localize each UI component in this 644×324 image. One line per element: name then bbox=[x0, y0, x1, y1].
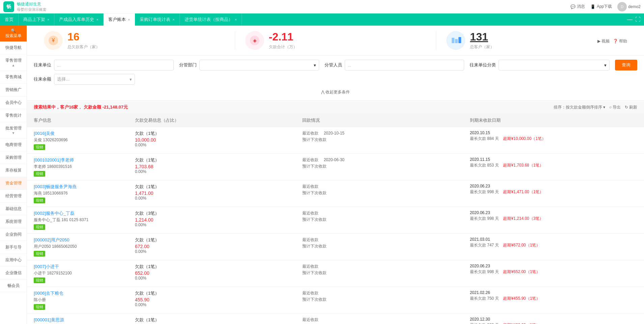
sort-button[interactable]: 排序：按欠款金额倒序排序 ▾ bbox=[554, 105, 605, 110]
sidebar-item-retail-mall[interactable]: 零售商城 bbox=[0, 71, 27, 84]
manager-group: 分管人员 ... bbox=[325, 60, 465, 70]
tab-close-icon[interactable]: × bbox=[96, 18, 98, 22]
sidebar-item-purchase[interactable]: 采购管理 bbox=[0, 151, 27, 164]
sidebar-search[interactable]: 🔍 搜索菜单 bbox=[0, 26, 27, 41]
export-button[interactable]: ○ 导出 bbox=[609, 105, 621, 110]
avatar: D bbox=[617, 2, 627, 11]
sidebar-item-quick-nav[interactable]: 快捷导航 bbox=[0, 41, 27, 54]
customer-name[interactable]: [0002]服务中心_丁磊 bbox=[34, 210, 135, 216]
overdue-days: 最长欠款 884 天 超期¥10,000.00（1笔） bbox=[470, 136, 637, 142]
sidebar-item-inventory[interactable]: 库存核算 bbox=[0, 164, 27, 177]
user-menu[interactable]: D demo2 bbox=[617, 2, 641, 11]
overdue-link[interactable]: 超期¥1,471.00（1笔） bbox=[503, 189, 543, 194]
sidebar-item-system[interactable]: 系统管理 bbox=[0, 215, 27, 228]
collapse-button[interactable]: ⋀ 收起更多条件 bbox=[321, 90, 350, 94]
repay-cell: 最近收款 2020-06-30 预计下次收款 bbox=[302, 157, 470, 169]
table-row: [0002]服务中心_丁磊 服务中心_丁磊 181 0125 8371 现销 欠… bbox=[27, 207, 644, 234]
stat-item-total: 131 总客户（家） ▶ 视频 ❓ 帮助 bbox=[436, 31, 637, 50]
tab-close-icon[interactable]: × bbox=[235, 18, 237, 22]
sidebar-item-member[interactable]: 畅会员 bbox=[0, 279, 27, 292]
video-link[interactable]: ▶ 视频 bbox=[597, 38, 610, 44]
filter-row-2: 往来余额 选择... ▾ bbox=[34, 74, 637, 85]
customer-cell: [000001]黄思源 黄思源 13552700226 现销 bbox=[34, 317, 135, 324]
debt-pct: 0.00% bbox=[135, 143, 302, 147]
collapse-label: 收起更多条件 bbox=[326, 90, 350, 94]
tab-customer-account[interactable]: 客户账本 × bbox=[104, 13, 135, 26]
customer-name[interactable]: [0007]小进干 bbox=[34, 264, 135, 270]
overdue-link[interactable]: 超期¥1,214.00（3笔） bbox=[503, 216, 543, 221]
tab-close-icon[interactable]: × bbox=[128, 18, 130, 22]
customer-name[interactable]: [000001]黄思源 bbox=[34, 317, 135, 323]
customer-name[interactable]: [000002]用户2050 bbox=[34, 237, 135, 243]
sidebar-item-retail-stats[interactable]: 零售统计 bbox=[0, 109, 27, 122]
overdue-link[interactable]: 超期¥1,703.68（1笔） bbox=[503, 163, 543, 168]
col-header-debt: 欠款交易信息（占比） bbox=[135, 117, 302, 123]
overdue-link[interactable]: 超期¥10,000.00（1笔） bbox=[503, 136, 546, 141]
balance-input[interactable]: 选择... ▾ bbox=[54, 74, 135, 85]
result-summary-text: 搜索结果中，客户16家 bbox=[34, 105, 78, 110]
manager-input[interactable]: ... bbox=[345, 60, 465, 70]
sidebar-item-wholesale-mgmt[interactable]: 批发管理 ▼ bbox=[0, 122, 27, 139]
sidebar-item-member-center[interactable]: 会员中心 bbox=[0, 96, 27, 109]
customer-name[interactable]: [0006]去下粮仓 bbox=[34, 290, 135, 296]
minimize-button[interactable]: — bbox=[627, 17, 633, 23]
repay-cell: 最近收款 预计下次收款 bbox=[302, 264, 470, 276]
sidebar-label: 采购管理 bbox=[1, 155, 25, 160]
tab-inbound-stats[interactable]: 进货单统计表（按商品） × bbox=[180, 13, 242, 26]
tab-home[interactable]: 首页 bbox=[0, 13, 19, 26]
tab-close-icon[interactable]: × bbox=[47, 18, 49, 22]
sidebar-item-retail-mgmt[interactable]: 零售管理 ▲ bbox=[0, 54, 27, 71]
help-link[interactable]: ❓ 帮助 bbox=[613, 38, 627, 44]
col-header-customer: 客户信息 bbox=[34, 117, 135, 123]
query-button[interactable]: 查询 bbox=[615, 60, 637, 70]
quick-nav-label: 快捷导航 bbox=[1, 45, 25, 51]
overdue-link[interactable]: 超期¥672.00（1笔） bbox=[503, 243, 540, 247]
overdue-link[interactable]: 超期¥429.00（1笔） bbox=[503, 323, 540, 324]
tab-product-onoff[interactable]: 商品上下架 × bbox=[19, 13, 54, 26]
sidebar-item-app-center[interactable]: 应用中心 bbox=[0, 254, 27, 267]
nav-tabs-actions: — ⛶ bbox=[627, 17, 644, 23]
customer-name[interactable]: [0016]吴俊 bbox=[34, 130, 135, 137]
sidebar-item-marketing[interactable]: 营销推广 bbox=[0, 84, 27, 96]
sidebar-item-operations[interactable]: 经营管理 bbox=[0, 190, 27, 203]
sidebar-item-new-guide[interactable]: 新手引导 bbox=[0, 241, 27, 254]
overdue-cell: 2021.03.01 最长欠款 747 天 超期¥672.00（1笔） bbox=[470, 237, 637, 248]
sidebar-item-wechat[interactable]: 企业微信 bbox=[0, 267, 27, 279]
table-row: [0007]小进干 小进干 18279152100 现销 欠款（1笔） 652.… bbox=[27, 260, 644, 287]
tab-inbound-history[interactable]: 产成品入库单历史 × bbox=[54, 13, 103, 26]
result-amount-label: 欠款金额 bbox=[84, 105, 101, 110]
branch-label: 分管部门 bbox=[179, 62, 197, 68]
overdue-link[interactable]: 超期¥455.90（1笔） bbox=[503, 296, 540, 301]
repay-cell: 最近收款 预计下次收款 bbox=[302, 317, 470, 324]
tab-purchase-stats[interactable]: 采购订单统计表 × bbox=[135, 13, 179, 26]
customer-tag: 现销 bbox=[34, 277, 45, 283]
sidebar-item-ecommerce[interactable]: 电商管理 bbox=[0, 139, 27, 151]
refresh-button[interactable]: ↻ 刷新 bbox=[625, 105, 637, 110]
table-row: [0001020001]李老师 李老师 18600391516 现销 欠款（1笔… bbox=[27, 154, 644, 180]
source-unit-input[interactable]: ... bbox=[54, 60, 174, 70]
message-button[interactable]: 💬 消息 bbox=[570, 4, 585, 9]
sidebar-item-enterprise-collab[interactable]: 企业协同 bbox=[0, 228, 27, 241]
branch-input[interactable]: ▾ bbox=[199, 60, 319, 70]
customer-name[interactable]: [0003]畅捷服务尹海燕 bbox=[34, 184, 135, 190]
sidebar-item-basic-info[interactable]: 基础信息 bbox=[0, 203, 27, 215]
help-icon: ❓ bbox=[613, 39, 618, 43]
app-download-button[interactable]: 📱 App下载 bbox=[590, 4, 612, 9]
overdue-days: 最长欠款 808 天 超期¥429.00（1笔） bbox=[470, 322, 637, 324]
customer-name[interactable]: [0001020001]李老师 bbox=[34, 157, 135, 163]
overdue-days: 最长欠款 747 天 超期¥672.00（1笔） bbox=[470, 242, 637, 248]
stat-help-actions: ▶ 视频 ❓ 帮助 bbox=[597, 37, 627, 44]
maximize-button[interactable]: ⛶ bbox=[635, 17, 641, 23]
debt-count: 欠款（1笔） bbox=[135, 290, 302, 296]
unit-type-arrow-icon: ▾ bbox=[604, 63, 607, 68]
collapse-icon: ⋀ bbox=[321, 90, 326, 94]
overdue-link[interactable]: 超期¥652.00（1笔） bbox=[503, 269, 540, 274]
stat-number-total: 131 bbox=[470, 31, 494, 43]
stat-label-debt: 欠款合计（万） bbox=[269, 44, 297, 50]
top-bar: 畅 畅捷通好生意 母婴行业演示账套 💬 消息 📱 App下载 D demo2 bbox=[0, 0, 644, 13]
sidebar-item-finance[interactable]: 资金管理 bbox=[0, 177, 27, 190]
tab-close-icon[interactable]: × bbox=[172, 18, 174, 22]
unit-type-input[interactable]: ▾ bbox=[499, 60, 610, 70]
unit-type-label: 往来单位分类 bbox=[470, 62, 496, 68]
stat-item-debt: ◈ -2.11 欠款合计（万） bbox=[235, 31, 437, 50]
